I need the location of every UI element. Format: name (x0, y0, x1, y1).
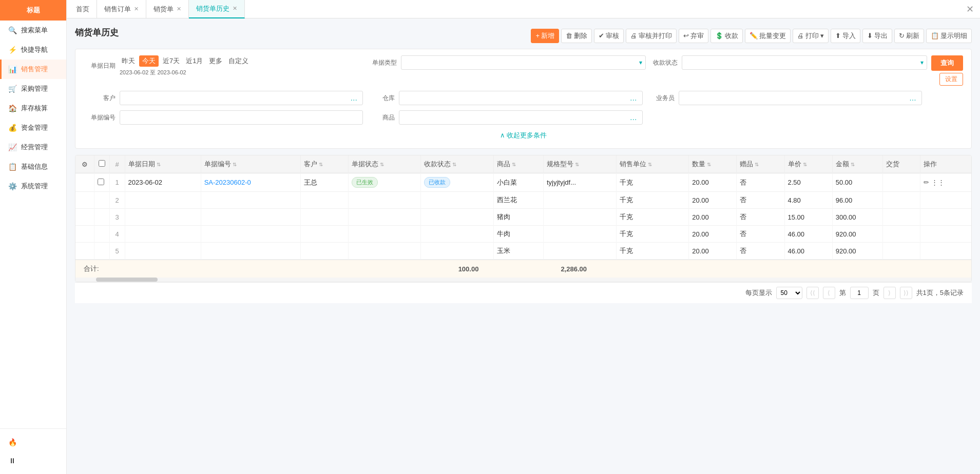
th-checkbox[interactable] (94, 155, 109, 173)
sidebar-item-stock-calc[interactable]: 🏠 库存核算 (0, 98, 66, 118)
collect-status-dropdown-icon[interactable]: ▾ (920, 59, 924, 66)
cell-doc-no[interactable] (201, 243, 300, 260)
discard-button[interactable]: ↩ 弃审 (679, 29, 708, 43)
th-customer[interactable]: 客户⇅ (300, 155, 348, 173)
cell-checkbox[interactable] (94, 173, 109, 192)
cell-doc-no[interactable] (201, 226, 300, 243)
delete-button[interactable]: 🗑 删除 (561, 29, 592, 43)
doc-no-input[interactable] (120, 110, 363, 125)
cell-checkbox[interactable] (94, 226, 109, 243)
th-collect-status[interactable]: 收款状态⇅ (421, 155, 494, 173)
cell-actions[interactable] (920, 226, 971, 243)
new-button[interactable]: + 新增 (531, 29, 559, 43)
th-sales-unit[interactable]: 销售单位⇅ (616, 155, 689, 173)
doc-no-link[interactable]: SA-20230602-0 (204, 179, 251, 186)
goods-more-icon[interactable]: … (628, 113, 639, 122)
cell-actions[interactable]: ✏⋮⋮ (920, 173, 971, 192)
sidebar-item-quick-nav[interactable]: ⚡ 快捷导航 (0, 40, 66, 60)
tab-sales-delivery[interactable]: 销货单 ✕ (146, 0, 189, 18)
shortcut-yesterday[interactable]: 昨天 (120, 55, 137, 67)
print-button[interactable]: 🖨 打印 ▾ (793, 29, 829, 43)
tab-sales-order[interactable]: 销售订单 ✕ (97, 0, 146, 18)
query-button[interactable]: 查询 (931, 55, 963, 71)
audit-button[interactable]: ✔ 审核 (594, 29, 624, 43)
tab-sales-delivery-close[interactable]: ✕ (177, 6, 181, 12)
th-quantity[interactable]: 数量⇅ (689, 155, 737, 173)
cell-doc-no[interactable] (201, 192, 300, 209)
customer-input[interactable] (123, 92, 348, 104)
sidebar-item-search-menu[interactable]: 🔍 搜索菜单 (0, 21, 66, 40)
export-button[interactable]: ⬇ 导出 (862, 29, 892, 43)
per-page-select[interactable]: 50 100 200 (776, 287, 802, 299)
row-checkbox[interactable] (98, 179, 104, 185)
edit-action-icon[interactable]: ✏ (924, 179, 929, 186)
doc-type-input[interactable] (405, 56, 640, 69)
sidebar-item-purchase-mgmt[interactable]: 🛒 采购管理 (0, 79, 66, 98)
cell-doc-no[interactable]: SA-20230602-0 (201, 173, 300, 192)
th-gear[interactable]: ⚙ (75, 155, 94, 173)
collapse-filter-btn[interactable]: ∧ 收起更多条件 (84, 129, 963, 142)
warehouse-more-icon[interactable]: … (628, 94, 639, 102)
th-doc-status[interactable]: 单据状态⇅ (348, 155, 421, 173)
th-gift[interactable]: 赠品⇅ (737, 155, 784, 173)
cell-actions[interactable] (920, 192, 971, 209)
warehouse-input[interactable] (402, 92, 627, 104)
shortcut-custom[interactable]: 自定义 (226, 55, 251, 67)
tab-sales-history-close[interactable]: ✕ (233, 5, 237, 12)
goods-input[interactable] (402, 111, 627, 124)
last-page-button[interactable]: ⟩⟩ (900, 287, 912, 299)
tab-bar-close-all[interactable]: ✕ (966, 4, 978, 15)
sidebar-item-finance-mgmt[interactable]: 💰 资金管理 (0, 118, 66, 137)
customer-more-icon[interactable]: … (348, 94, 359, 102)
shortcut-more[interactable]: 更多 (207, 55, 224, 67)
th-doc-date[interactable]: 单据日期⇅ (125, 155, 201, 173)
tab-sales-history[interactable]: 销货单历史 ✕ (189, 0, 245, 18)
show-detail-button[interactable]: 📋 显示明细 (926, 29, 972, 43)
sidebar-item-ops-mgmt[interactable]: 📈 经营管理 (0, 137, 66, 157)
salesperson-more-icon[interactable]: … (907, 94, 918, 102)
first-page-button[interactable]: ⟨⟨ (806, 287, 819, 299)
shortcut-7days[interactable]: 近7天 (161, 55, 182, 67)
horizontal-scrollbar[interactable] (75, 278, 971, 282)
page-number-input[interactable] (850, 287, 869, 299)
audit-print-button[interactable]: 🖨 审核并打印 (626, 29, 677, 43)
cell-actions[interactable] (920, 243, 971, 260)
sidebar-item-sales-mgmt[interactable]: 📊 销售管理 (0, 60, 66, 79)
tab-sales-order-close[interactable]: ✕ (134, 6, 139, 12)
scrollbar-thumb[interactable] (96, 278, 158, 282)
page-label-post: 页 (873, 288, 879, 298)
cell-checkbox[interactable] (94, 209, 109, 226)
cell-checkbox[interactable] (94, 192, 109, 209)
refresh-button[interactable]: ↻ 刷新 (894, 29, 924, 43)
th-goods[interactable]: 商品⇅ (494, 155, 544, 173)
tab-home[interactable]: 首页 (69, 0, 97, 18)
th-doc-no[interactable]: 单据编号⇅ (201, 155, 300, 173)
batch-change-button[interactable]: ✏️ 批量变更 (745, 29, 791, 43)
import-button[interactable]: ⬆ 导入 (831, 29, 860, 43)
next-page-button[interactable]: ⟩ (883, 287, 896, 299)
sidebar-bottom-fire[interactable]: 🔥 (0, 433, 66, 451)
toolbar-area: + 新增 🗑 删除 ✔ 审核 🖨 审核并打印 ↩ 弃审 (531, 29, 972, 43)
th-spec[interactable]: 规格型号⇅ (543, 155, 616, 173)
th-unit-price[interactable]: 单价⇅ (784, 155, 832, 173)
sidebar-bottom-pause[interactable]: ⏸ (0, 451, 66, 470)
doc-type-label: 单据类型 (365, 58, 401, 67)
cell-checkbox[interactable] (94, 243, 109, 260)
prev-page-button[interactable]: ⟨ (823, 287, 835, 299)
print-arrow-icon: ▾ (820, 32, 824, 40)
salesperson-input[interactable] (682, 92, 907, 104)
cell-doc-no[interactable] (201, 209, 300, 226)
select-all-checkbox[interactable] (99, 160, 105, 167)
collect-button[interactable]: 💲 收款 (710, 29, 743, 43)
doc-type-dropdown-icon[interactable]: ▾ (639, 59, 642, 66)
settings-button[interactable]: 设置 (939, 73, 963, 86)
shortcut-today[interactable]: 今天 (139, 55, 159, 67)
sidebar-item-basic-info[interactable]: 📋 基础信息 (0, 157, 66, 176)
cell-actions[interactable] (920, 209, 971, 226)
th-amount[interactable]: 金额⇅ (832, 155, 882, 173)
cell-unit-price: 46.00 (784, 243, 832, 260)
sidebar-item-system-mgmt[interactable]: ⚙️ 系统管理 (0, 176, 66, 196)
more-action-icon[interactable]: ⋮⋮ (931, 179, 945, 186)
collect-status-input[interactable] (685, 56, 920, 69)
shortcut-1month[interactable]: 近1月 (184, 55, 205, 67)
